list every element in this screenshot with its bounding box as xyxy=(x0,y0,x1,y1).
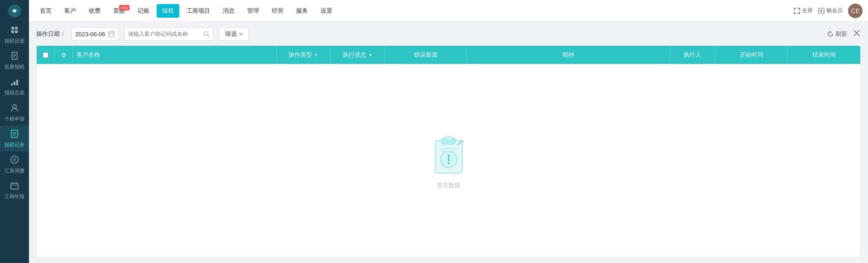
th-starttime: 开始时间 xyxy=(715,46,788,64)
play-icon xyxy=(818,8,825,14)
svg-line-31 xyxy=(207,35,209,37)
content-area: 操作日期： 2023-06-06 xyxy=(29,22,868,263)
th-status[interactable]: 执行状态 ▼ xyxy=(331,46,385,64)
svg-point-13 xyxy=(13,105,16,108)
nav-services[interactable]: 服务 xyxy=(291,4,313,18)
search-box[interactable] xyxy=(124,27,214,41)
svg-rect-10 xyxy=(11,83,13,85)
th-endtime: 结束时间 xyxy=(788,46,860,64)
th-executor: 执行人 xyxy=(670,46,715,64)
refresh-icon xyxy=(827,31,834,37)
sidebar-item-label: 批量报税 xyxy=(5,64,24,70)
sidebar-item-tax-record[interactable]: 报税记录 xyxy=(0,126,29,151)
nav-business[interactable]: 工商项目 xyxy=(181,4,216,18)
topnav-right: 全屏 畅会员 CE xyxy=(794,4,863,18)
app-logo xyxy=(0,0,29,22)
nav-settings[interactable]: 设置 xyxy=(315,4,338,18)
th-optype[interactable]: 操作类型 ▼ xyxy=(277,46,331,64)
calendar-icon xyxy=(108,31,115,37)
empty-text: 暂无数据 xyxy=(437,181,460,190)
nav-billing[interactable]: 收费 xyxy=(83,4,106,18)
th-checkbox[interactable] xyxy=(37,46,55,64)
th-taxtype: 税种 xyxy=(467,46,671,64)
svg-rect-12 xyxy=(16,80,18,85)
page-content: 操作日期： 2023-06-06 xyxy=(29,22,868,263)
search-input[interactable] xyxy=(128,31,201,37)
sort-icon-status: ▼ xyxy=(368,53,373,58)
svg-marker-25 xyxy=(820,10,823,12)
sidebar-item-annual-report[interactable]: 工商年报 xyxy=(0,177,29,203)
nav-operations[interactable]: 经营 xyxy=(266,4,289,18)
svg-rect-11 xyxy=(14,82,15,85)
th-errorreason: 错误股因 xyxy=(385,46,467,64)
chevron-down-icon xyxy=(239,32,243,36)
sidebar-item-batch-tax[interactable]: 批量报税 xyxy=(0,48,29,73)
table-container: ⚙ 客户名称 操作类型 ▼ 执行状态 ▼ 错误股因 xyxy=(36,45,861,258)
nav-messages[interactable]: 消息 xyxy=(217,4,240,18)
sidebar-item-label: 汇算清缴 xyxy=(5,168,24,174)
svg-rect-26 xyxy=(109,32,114,37)
svg-rect-36 xyxy=(446,136,452,140)
settlement-icon: ¥ xyxy=(10,155,19,166)
svg-point-39 xyxy=(448,162,450,164)
tax-summary-icon xyxy=(10,77,19,88)
annual-report-icon xyxy=(10,181,19,192)
th-settings[interactable]: ⚙ xyxy=(55,46,73,64)
batch-tax-icon xyxy=(10,51,19,63)
fullscreen-icon xyxy=(794,8,800,14)
date-picker[interactable]: 2023-06-06 xyxy=(71,27,119,41)
svg-point-1 xyxy=(13,10,16,12)
sidebar-item-tax-summary[interactable]: 报税总览 xyxy=(0,73,29,99)
toolbar: 操作日期： 2023-06-06 xyxy=(36,27,861,41)
toolbar-right: 刷新 xyxy=(827,29,861,39)
sidebar-item-label: 报税记录 xyxy=(5,142,24,148)
main-area: 首页 客户 收费 票据 new 记账 报税 工商项目 消息 管理 经营 服务 设… xyxy=(29,0,868,263)
th-client: 客户名称 xyxy=(73,46,277,64)
empty-state: 暂无数据 xyxy=(428,132,469,190)
nav-tax[interactable]: 报税 xyxy=(157,4,179,18)
nav-customer[interactable]: 客户 xyxy=(59,4,82,18)
nav-accounting[interactable]: 记账 xyxy=(132,4,155,18)
top-navigation: 首页 客户 收费 票据 new 记账 报税 工商项目 消息 管理 经营 服务 设… xyxy=(29,0,868,22)
nav-home[interactable]: 首页 xyxy=(34,4,57,18)
sidebar-item-individual-tax[interactable]: 个税申报 xyxy=(0,100,29,126)
fullscreen-button[interactable]: 全屏 xyxy=(794,7,813,15)
close-button[interactable] xyxy=(853,29,861,39)
sidebar-item-settlement[interactable]: ¥ 汇算清缴 xyxy=(0,151,29,177)
new-badge: new xyxy=(119,5,129,11)
tax-record-icon xyxy=(10,129,19,141)
user-avatar[interactable]: CE xyxy=(848,4,863,18)
svg-rect-4 xyxy=(11,30,14,33)
sidebar-item-label: 工商年报 xyxy=(5,194,24,200)
tax-settings-icon xyxy=(10,25,19,37)
svg-rect-20 xyxy=(11,183,18,189)
individual-tax-icon xyxy=(10,103,19,115)
search-icon xyxy=(203,31,210,37)
sort-icon-optype: ▼ xyxy=(314,53,318,58)
table-header: ⚙ 客户名称 操作类型 ▼ 执行状态 ▼ 错误股因 xyxy=(37,46,860,64)
nav-invoice[interactable]: 票据 new xyxy=(108,4,130,18)
refresh-button[interactable]: 刷新 xyxy=(827,30,847,38)
member-button[interactable]: 畅会员 xyxy=(818,7,843,15)
svg-rect-2 xyxy=(11,27,14,29)
sidebar-item-label: 个税申报 xyxy=(5,116,24,122)
date-label: 操作日期： xyxy=(36,30,66,38)
table-body: 暂无数据 xyxy=(37,64,860,257)
sidebar: 报税设置 批量报税 报税总览 xyxy=(0,0,29,263)
empty-illustration xyxy=(428,132,469,177)
sidebar-item-label: 报税设置 xyxy=(5,38,24,44)
svg-rect-5 xyxy=(15,30,18,33)
svg-rect-3 xyxy=(15,27,18,29)
sidebar-item-tax-settings[interactable]: 报税设置 xyxy=(0,22,29,48)
sidebar-item-label: 报税总览 xyxy=(5,90,24,96)
svg-text:¥: ¥ xyxy=(13,157,16,162)
filter-button[interactable]: 筛选 xyxy=(219,27,249,41)
close-icon xyxy=(853,29,861,37)
select-all-checkbox[interactable] xyxy=(43,52,48,58)
nav-management[interactable]: 管理 xyxy=(242,4,264,18)
